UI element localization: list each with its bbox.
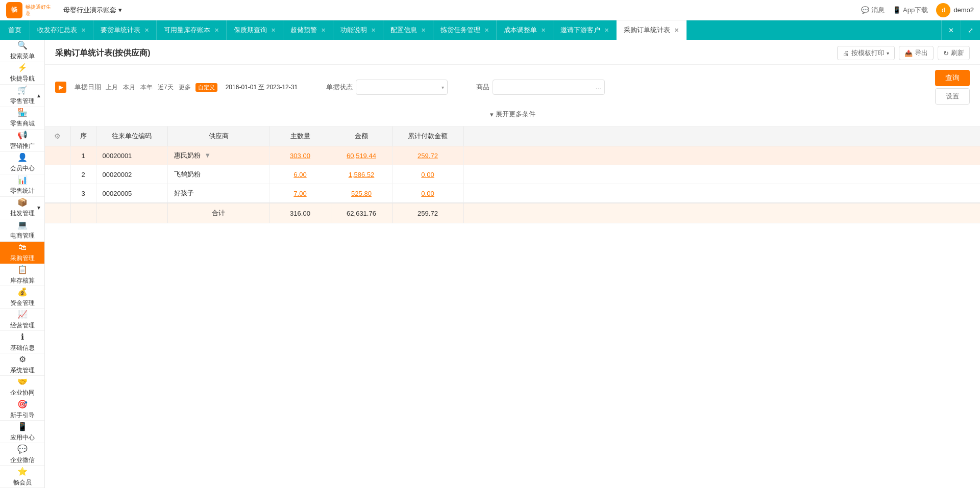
col-header-supplier: 供应商 [167,126,270,146]
top-bar: 畅 畅捷通好生意 母婴行业演示账套 ▾ 💬 消息 📱 App下载 d demo2 [0,0,980,20]
row-1-seq-cell: 1 [70,146,96,165]
message-button[interactable]: 💬 消息 [861,6,885,15]
tab-close-4[interactable]: ✕ [321,27,326,34]
sidebar-item-member[interactable]: ⭐ 畅会员 [0,466,44,488]
tab-4[interactable]: 超储预警 ✕ [283,20,333,40]
row-3-extra-cell [463,184,980,203]
sidebar-item-member-center[interactable]: 👤 会员中心 [0,152,44,174]
shortcut-this-year[interactable]: 本年 [139,83,154,92]
export-button[interactable]: 📤 导出 [899,46,934,60]
filter-toggle-button[interactable]: ▶ [55,82,66,93]
tab-5[interactable]: 功能说明 ✕ [333,20,383,40]
sidebar-item-retail-shop[interactable]: 🏪 零售商城 [0,107,44,130]
custom-date-badge[interactable]: 自定义 [195,83,217,92]
retail-mgmt-icon: 🛒 [17,85,28,95]
tab-close-7[interactable]: ✕ [484,27,489,34]
close-all-tabs-button[interactable]: ✕ [941,20,961,40]
sidebar-item-app-center[interactable]: 📱 应用中心 [0,421,44,443]
row-1-paid-cell[interactable]: 259.72 [392,146,463,165]
tab-close-10[interactable]: ✕ [674,27,679,34]
table-row[interactable]: 1 00020001 惠氏奶粉 ▼ 303.00 60,519.44 [45,146,980,165]
sidebar-item-finance[interactable]: 💰 资金管理 [0,286,44,309]
shortcut-more[interactable]: 更多 [177,83,192,92]
refresh-button[interactable]: ↻ 刷新 [938,46,970,60]
tab-8[interactable]: 成本调整单 ✕ [497,20,553,40]
sidebar-item-newbie[interactable]: 🎯 新手引导 [0,398,44,421]
tab-2[interactable]: 可用量库存账本 ✕ [157,20,227,40]
filter-settings-button[interactable]: 设置 [935,88,970,105]
row-2-seq-cell: 2 [70,165,96,184]
sidebar-item-inventory[interactable]: 📋 库存核算 [0,264,44,287]
row-3-amount-cell[interactable]: 525.80 [331,184,392,203]
sidebar-item-ecommerce[interactable]: 💻 电商管理 [0,219,44,242]
table-row[interactable]: 3 00020005 好孩子 7.00 525.80 [45,184,980,203]
app-download-button[interactable]: 📱 App下载 [893,6,928,15]
row-1-expand-icon[interactable]: ▼ [204,151,211,159]
tab-home[interactable]: 首页 [0,20,30,40]
tab-close-5[interactable]: ✕ [371,27,376,34]
row-2-paid-cell[interactable]: 0.00 [392,165,463,184]
maximize-button[interactable]: ⤢ [961,20,980,40]
query-button[interactable]: 查询 [935,70,970,86]
row-1-amount-cell[interactable]: 60,519.44 [331,146,392,165]
sidebar-item-marketing[interactable]: 📢 营销推广 [0,130,44,152]
tab-3[interactable]: 保质期查询 ✕ [227,20,283,40]
tab-6[interactable]: 配置信息 ✕ [383,20,433,40]
status-select-wrapper[interactable]: ▾ [356,80,448,95]
tab-7[interactable]: 拣货任务管理 ✕ [433,20,497,40]
goods-input[interactable] [493,84,604,91]
row-3-paid-cell[interactable]: 0.00 [392,184,463,203]
sidebar-item-operations[interactable]: 📈 经营管理 [0,309,44,331]
sidebar-item-wechat[interactable]: 💬 企业微信 [0,443,44,466]
row-2-extra-cell [463,165,980,184]
print-icon: 🖨 [843,49,849,57]
sidebar-item-basic-info[interactable]: ℹ 基础信息 [0,331,44,353]
tab-close-6[interactable]: ✕ [421,27,426,34]
row-3-code-cell: 00020005 [96,184,167,203]
sidebar-item-system[interactable]: ⚙ 系统管理 [0,353,44,376]
tab-close-0[interactable]: ✕ [81,27,86,34]
user-area[interactable]: d demo2 [936,3,974,17]
tab-1[interactable]: 要货单统计表 ✕ [93,20,157,40]
tab-close-8[interactable]: ✕ [541,27,546,34]
table-body: 1 00020001 惠氏奶粉 ▼ 303.00 60,519.44 [45,146,980,203]
tab-10[interactable]: 采购订单统计表 ✕ [617,20,687,40]
tab-close-2[interactable]: ✕ [214,27,219,34]
row-3-qty-cell[interactable]: 7.00 [270,184,331,203]
row-1-qty-cell[interactable]: 303.00 [270,146,331,165]
sidebar-item-purchase[interactable]: 🛍 采购管理 [0,242,44,264]
goods-input-more-icon[interactable]: … [595,84,601,91]
marketing-icon: 📢 [17,130,28,140]
shortcut-this-month[interactable]: 本月 [121,83,137,92]
sidebar-item-retail-mgmt[interactable]: 🛒 零售管理 ▲ [0,85,44,107]
shortcut-last-month[interactable]: 上月 [104,83,119,92]
column-settings-icon[interactable]: ⚙ [54,132,61,140]
tab-close-3[interactable]: ✕ [271,27,276,34]
sidebar-item-retail-stats[interactable]: 📊 零售统计 [0,174,44,197]
sidebar-item-enterprise[interactable]: 🤝 企业协同 [0,376,44,398]
status-select[interactable] [356,80,447,94]
col-header-settings[interactable]: ⚙ [45,126,70,146]
print-button[interactable]: 🖨 按模板打印 ▾ [837,46,895,60]
filter-row-1: ▶ 单据日期 上月 本月 本年 近7天 更多 自定义 2016-01-01 至 … [55,70,970,105]
tab-close-1[interactable]: ✕ [144,27,149,34]
workspace-selector[interactable]: 母婴行业演示账套 ▾ [59,4,126,17]
expand-filters-button[interactable]: ▾ 展开更多条件 [55,108,970,121]
expand-arrow-icon: ▲ [36,93,41,98]
tab-9[interactable]: 邀请下游客户 ✕ [553,20,617,40]
table-row[interactable]: 2 00020002 飞鹤奶粉 6.00 1,586.52 [45,165,980,184]
table-header: ⚙ 序 往来单位编码 供应商 主数量 金额 累计付款金额 [45,126,980,146]
date-range-display: 2016-01-01 至 2023-12-31 [226,83,298,92]
sidebar-item-quicknav[interactable]: ⚡ 快捷导航 [0,62,44,85]
goods-input-wrapper[interactable]: … [493,80,605,95]
row-2-code-cell: 00020002 [96,165,167,184]
row-2-amount-cell[interactable]: 1,586.52 [331,165,392,184]
tab-0[interactable]: 收发存汇总表 ✕ [30,20,93,40]
shortcut-7-days[interactable]: 近7天 [156,83,175,92]
row-2-qty-cell[interactable]: 6.00 [270,165,331,184]
row-1-code-cell: 00020001 [96,146,167,165]
tab-close-9[interactable]: ✕ [604,27,609,34]
sidebar-item-wholesale[interactable]: 📦 批发管理 ▼ [0,197,44,219]
sidebar-item-search[interactable]: 🔍 搜索菜单 [0,40,44,62]
system-icon: ⚙ [19,354,26,364]
